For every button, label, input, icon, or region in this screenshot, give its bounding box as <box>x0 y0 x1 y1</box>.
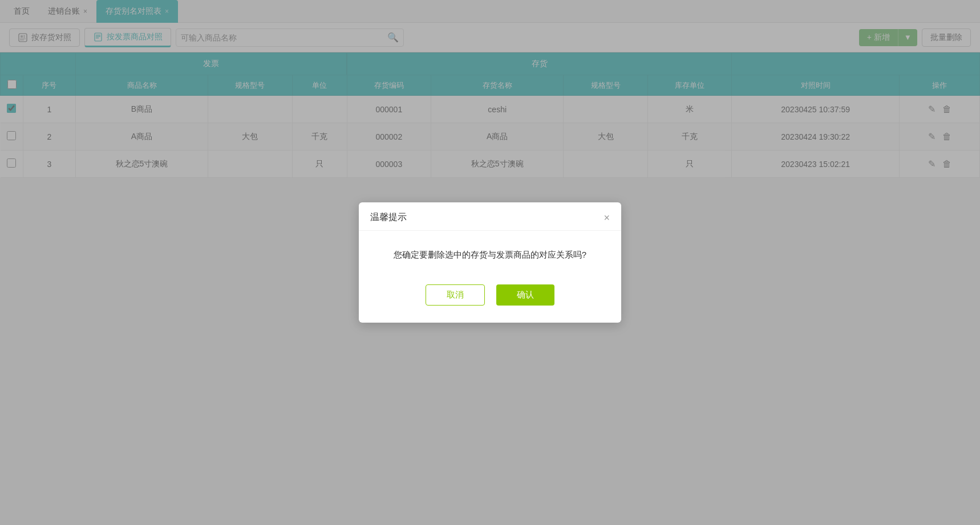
modal-overlay: 温馨提示 × 您确定要删除选中的存货与发票商品的对应关系吗? 取消 确认 <box>0 0 980 178</box>
